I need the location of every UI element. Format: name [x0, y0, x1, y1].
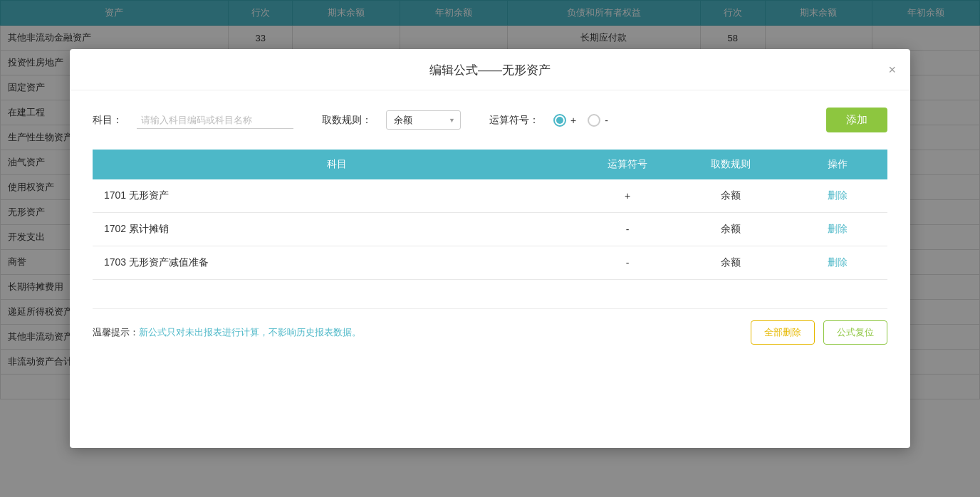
th-rule: 取数规则 — [674, 150, 788, 179]
formula-form-row: 科目： 取数规则： 余额 借方发生额 贷方发生额 运算符号： + — [93, 108, 887, 132]
row-action-1: 删除 — [788, 213, 887, 246]
subject-label: 科目： — [93, 114, 123, 127]
table-row: 1703 无形资产减值准备-余额删除 — [93, 246, 887, 280]
operator-label: 运算符号： — [489, 114, 539, 127]
radio-plus-label: + — [570, 115, 576, 126]
radio-minus-item[interactable]: - — [588, 114, 608, 127]
subject-input[interactable] — [137, 112, 293, 129]
add-button[interactable]: 添加 — [826, 108, 887, 132]
row-rule-2: 余额 — [674, 246, 788, 280]
table-header-row: 科目 运算符号 取数规则 操作 — [93, 150, 887, 179]
reset-formula-button[interactable]: 公式复位 — [823, 320, 887, 345]
row-operator-0: + — [581, 179, 674, 213]
delete-all-button[interactable]: 全部删除 — [751, 320, 815, 345]
radio-minus-label: - — [605, 115, 608, 126]
row-rule-1: 余额 — [674, 213, 788, 246]
row-subject-0: 1701 无形资产 — [93, 179, 581, 213]
modal-body: 科目： 取数规则： 余额 借方发生额 贷方发生额 运算符号： + — [70, 90, 910, 308]
modal-header: 编辑公式——无形资产 × — [70, 49, 910, 90]
tip-prefix: 温馨提示： — [93, 327, 139, 338]
modal-dialog: 编辑公式——无形资产 × 科目： 取数规则： 余额 借方发生额 贷方发生额 运算… — [70, 49, 910, 448]
delete-link-0[interactable]: 删除 — [828, 189, 848, 201]
rule-select-wrapper: 余额 借方发生额 贷方发生额 — [386, 110, 461, 130]
row-subject-1: 1702 累计摊销 — [93, 213, 581, 246]
th-operator: 运算符号 — [581, 150, 674, 179]
th-subject: 科目 — [93, 150, 581, 179]
rule-select[interactable]: 余额 借方发生额 贷方发生额 — [386, 110, 461, 130]
delete-link-2[interactable]: 删除 — [828, 256, 848, 268]
delete-link-1[interactable]: 删除 — [828, 223, 848, 234]
row-operator-1: - — [581, 213, 674, 246]
radio-plus-circle[interactable] — [553, 114, 566, 127]
footer-tip: 温馨提示：新公式只对未出报表进行计算，不影响历史报表数据。 — [93, 326, 361, 339]
th-action: 操作 — [788, 150, 887, 179]
radio-minus-circle[interactable] — [588, 114, 600, 127]
footer-buttons: 全部删除 公式复位 — [751, 320, 887, 345]
tip-text: 新公式只对未出报表进行计算，不影响历史报表数据。 — [139, 327, 361, 338]
rule-label: 取数规则： — [322, 114, 372, 127]
table-row: 1701 无形资产+余额删除 — [93, 179, 887, 213]
table-row: 1702 累计摊销-余额删除 — [93, 213, 887, 246]
row-action-0: 删除 — [788, 179, 887, 213]
row-operator-2: - — [581, 246, 674, 280]
row-rule-0: 余额 — [674, 179, 788, 213]
modal-overlay: 编辑公式——无形资产 × 科目： 取数规则： 余额 借方发生额 贷方发生额 运算… — [0, 0, 980, 497]
operator-radio-group: + - — [553, 114, 608, 127]
radio-plus-item[interactable]: + — [553, 114, 576, 127]
row-action-2: 删除 — [788, 246, 887, 280]
modal-footer: 温馨提示：新公式只对未出报表进行计算，不影响历史报表数据。 全部删除 公式复位 — [70, 309, 910, 359]
modal-title: 编辑公式——无形资产 — [429, 63, 551, 77]
row-subject-2: 1703 无形资产减值准备 — [93, 246, 581, 280]
formula-table: 科目 运算符号 取数规则 操作 1701 无形资产+余额删除1702 累计摊销-… — [93, 150, 887, 280]
modal-close-button[interactable]: × — [888, 63, 896, 76]
